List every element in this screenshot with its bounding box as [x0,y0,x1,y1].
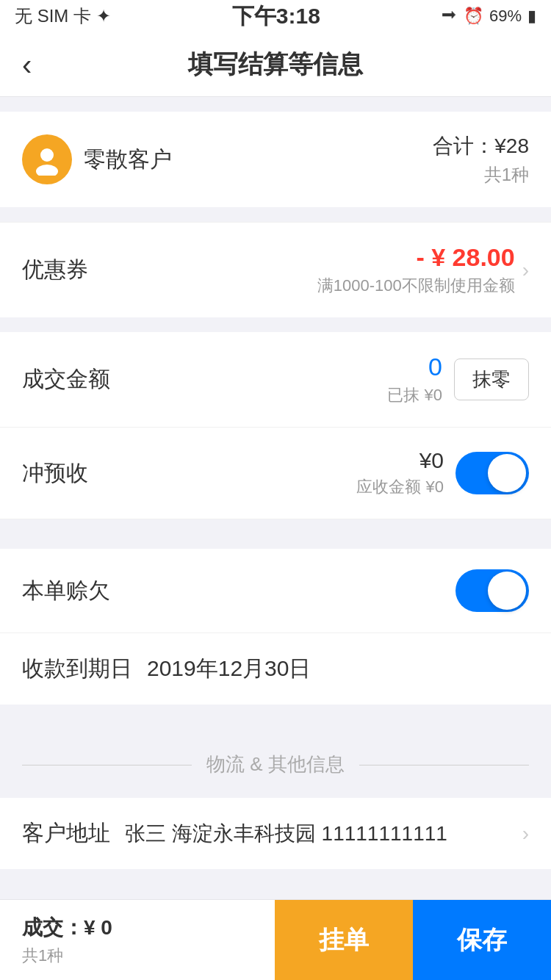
form-section: 成交金额 0 已抹 ¥0 抹零 冲预收 ¥0 应收金额 ¥0 [0,332,551,519]
bottom-left: 成交：¥ 0 共1种 [0,914,275,967]
prepayment-value-group: ¥0 应收金额 ¥0 [356,448,444,498]
coupon-amount: - ¥ 28.00 [317,243,515,272]
debit-label: 本单赊欠 [22,576,110,606]
address-left: 客户地址 张三 海淀永丰科技园 11111111111 [22,818,447,849]
transaction-value: ¥ 0 [84,916,112,939]
customer-section: 零散客户 合计：¥28 共1种 [0,112,551,207]
section-divider-3 [0,705,551,719]
svg-point-1 [36,165,58,176]
customer-summary: 合计：¥28 共1种 [433,132,529,187]
debit-toggle[interactable] [455,569,529,612]
coupon-section[interactable]: 优惠券 - ¥ 28.00 满1000-100不限制使用金额 › [0,222,551,317]
debit-section: 本单赊欠 [0,549,551,633]
status-bar: 无 SIM 卡 ✦ 下午3:18 ⮕ ⏰ 69% ▮ [0,0,551,32]
prepayment-sub: 应收金额 ¥0 [356,476,444,498]
status-time: 下午3:18 [232,1,320,32]
address-section[interactable]: 客户地址 张三 海淀永丰科技园 11111111111 › [0,798,551,869]
prepayment-right: ¥0 应收金额 ¥0 [356,448,529,498]
nav-bar: ‹ 填写结算等信息 [0,32,551,97]
bottom-bar: 成交：¥ 0 共1种 挂单 保存 [0,899,551,980]
customer-avatar [22,134,72,184]
due-date-value: 2019年12月30日 [147,654,311,684]
svg-point-0 [40,148,54,162]
battery-icon: ▮ [527,7,536,26]
transaction-amount-right: 0 已抹 ¥0 抹零 [387,353,529,406]
prepayment-value: ¥0 [356,448,444,473]
due-date-section: 收款到期日 2019年12月30日 [0,633,551,705]
page-title: 填写结算等信息 [188,48,363,82]
toggle-knob [488,454,526,492]
save-button[interactable]: 保存 [413,900,551,981]
transaction-amount-label: 成交金额 [22,364,110,394]
transaction-amount-row: 成交金额 0 已抹 ¥0 抹零 [0,332,551,428]
section-divider-1 [0,317,551,332]
customer-info: 零散客户 [22,134,172,184]
coupon-desc: 满1000-100不限制使用金额 [317,275,515,297]
customer-name: 零散客户 [84,145,172,175]
prepayment-row: 冲预收 ¥0 应收金额 ¥0 [0,428,551,519]
alarm-icon: ⏰ [464,7,483,26]
pending-button[interactable]: 挂单 [275,900,413,981]
logistics-divider: 物流 & 其他信息 [0,734,551,795]
location-icon: ⮕ [442,7,458,26]
status-right: ⮕ ⏰ 69% ▮ [442,7,536,26]
coupon-text: - ¥ 28.00 满1000-100不限制使用金额 [317,243,515,297]
transaction-amount-value: 0 [387,353,442,381]
round-zero-button[interactable]: 抹零 [454,359,529,400]
coupon-chevron-icon: › [522,259,529,282]
transaction-amount-sub: 已抹 ¥0 [387,384,442,406]
logistics-text: 物流 & 其他信息 [192,753,359,775]
prepayment-toggle[interactable] [455,452,529,494]
coupon-label: 优惠券 [22,255,88,285]
customer-total: 合计：¥28 [433,132,529,160]
debit-toggle-knob [488,572,526,610]
sim-status: 无 SIM 卡 ✦ [15,4,111,28]
bottom-transaction: 成交：¥ 0 [22,914,253,942]
address-value: 张三 海淀永丰科技园 11111111111 [125,820,447,848]
customer-count: 共1种 [433,163,529,187]
bottom-count: 共1种 [22,945,253,967]
address-chevron-icon: › [522,822,529,846]
address-label: 客户地址 [22,818,110,849]
back-button[interactable]: ‹ [22,50,32,79]
battery-level: 69% [489,7,522,26]
due-date-label: 收款到期日 [22,654,132,684]
status-left: 无 SIM 卡 ✦ [15,4,111,28]
section-divider-2 [0,519,551,534]
transaction-label: 成交： [22,916,84,939]
prepayment-label: 冲预收 [22,458,88,489]
transaction-amount-value-group: 0 已抹 ¥0 [387,353,442,406]
coupon-right: - ¥ 28.00 满1000-100不限制使用金额 › [317,243,529,297]
